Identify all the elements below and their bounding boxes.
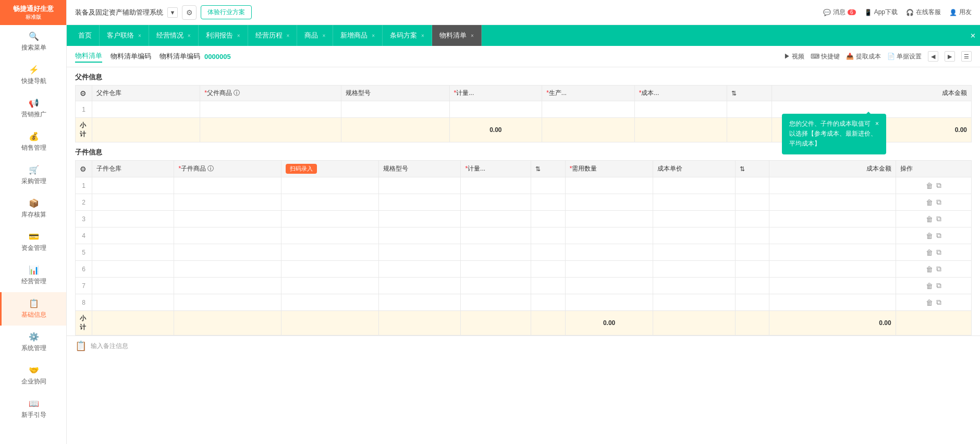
cell-child-unit[interactable] bbox=[461, 211, 531, 227]
cell-child-warehouse[interactable] bbox=[92, 244, 174, 261]
close-icon[interactable]: × bbox=[287, 33, 290, 39]
delete-icon[interactable]: 🗑 bbox=[926, 198, 933, 207]
cell-unit-cost[interactable] bbox=[653, 227, 735, 244]
cell-child-product[interactable] bbox=[174, 227, 281, 244]
cell-child-warehouse[interactable] bbox=[92, 294, 174, 311]
tab-barcode[interactable]: 条码方案 × bbox=[383, 25, 432, 46]
tab-business[interactable]: 经营情况 × bbox=[149, 25, 199, 46]
copy-icon[interactable]: ⧉ bbox=[936, 198, 941, 207]
sidebar-item-purchase[interactable]: 🛒 采购管理 bbox=[0, 159, 66, 192]
sidebar-item-system[interactable]: ⚙️ 系统管理 bbox=[0, 326, 66, 359]
user-btn[interactable]: 👤 用友 bbox=[949, 8, 972, 17]
delete-icon[interactable]: 🗑 bbox=[926, 265, 933, 273]
tab-add-product[interactable]: 新增商品 × bbox=[333, 25, 383, 46]
copy-icon[interactable]: ⧉ bbox=[936, 265, 941, 273]
cell-child-unit[interactable] bbox=[461, 244, 531, 261]
cell-required-qty[interactable] bbox=[565, 261, 653, 278]
cell-child-product[interactable] bbox=[174, 278, 281, 294]
cell-child-product[interactable] bbox=[174, 244, 281, 261]
cell-required-qty[interactable] bbox=[565, 227, 653, 244]
close-all-btn[interactable]: ✕ bbox=[970, 32, 976, 40]
close-icon[interactable]: × bbox=[471, 33, 474, 39]
cell-child-unit[interactable] bbox=[461, 294, 531, 311]
action-video[interactable]: ▶ 视频 bbox=[784, 52, 804, 61]
cell-child-spec[interactable] bbox=[378, 294, 460, 311]
prev-btn[interactable]: ◀ bbox=[928, 51, 938, 62]
delete-icon[interactable]: 🗑 bbox=[926, 232, 933, 240]
cell-required-qty[interactable] bbox=[565, 244, 653, 261]
cell-parent-warehouse[interactable] bbox=[92, 101, 200, 118]
cell-child-unit[interactable] bbox=[461, 194, 531, 211]
messages-btn[interactable]: 💬 消息 6 bbox=[823, 8, 856, 17]
sidebar-item-basic[interactable]: 📋 基础信息 bbox=[0, 292, 66, 326]
copy-icon[interactable]: ⧉ bbox=[936, 298, 941, 307]
cell-child-spec[interactable] bbox=[378, 177, 460, 194]
close-icon[interactable]: × bbox=[188, 33, 191, 39]
cell-child-warehouse[interactable] bbox=[92, 194, 174, 211]
action-settings[interactable]: 📄 单据设置 bbox=[887, 52, 922, 61]
cell-child-spec[interactable] bbox=[378, 211, 460, 227]
experience-button[interactable]: 体验行业方案 bbox=[201, 5, 252, 19]
system-dropdown-btn[interactable]: ▼ bbox=[167, 7, 178, 18]
close-icon[interactable]: × bbox=[138, 33, 141, 39]
delete-icon[interactable]: 🗑 bbox=[926, 298, 933, 307]
sidebar-item-operations[interactable]: 📊 经营管理 bbox=[0, 259, 66, 292]
cell-unit-cost[interactable] bbox=[653, 244, 735, 261]
cell-unit-cost[interactable] bbox=[653, 194, 735, 211]
delete-icon[interactable]: 🗑 bbox=[926, 215, 933, 223]
sidebar-item-sales[interactable]: 💰 销售管理 bbox=[0, 125, 66, 159]
copy-icon[interactable]: ⧉ bbox=[936, 231, 941, 240]
cell-child-warehouse[interactable] bbox=[92, 278, 174, 294]
tooltip-close-btn[interactable]: × bbox=[875, 119, 879, 129]
tab-home[interactable]: 首页 bbox=[71, 25, 100, 46]
copy-icon[interactable]: ⧉ bbox=[936, 214, 941, 223]
tab-customer[interactable]: 客户联络 × bbox=[100, 25, 149, 46]
cell-child-product[interactable] bbox=[174, 294, 281, 311]
cell-production[interactable] bbox=[542, 101, 635, 118]
cell-parent-product[interactable] bbox=[200, 101, 341, 118]
sidebar-item-guide[interactable]: 📖 新手引导 bbox=[0, 392, 66, 426]
cell-cost[interactable] bbox=[634, 101, 727, 118]
cell-child-spec[interactable] bbox=[378, 278, 460, 294]
cell-child-warehouse[interactable] bbox=[92, 227, 174, 244]
cell-spec[interactable] bbox=[341, 101, 449, 118]
settings-button[interactable]: ⚙ bbox=[182, 5, 197, 20]
cell-child-warehouse[interactable] bbox=[92, 211, 174, 227]
cell-child-spec[interactable] bbox=[378, 261, 460, 278]
delete-icon[interactable]: 🗑 bbox=[926, 182, 933, 190]
online-service-btn[interactable]: 🎧 在线客服 bbox=[906, 8, 941, 17]
cell-child-spec[interactable] bbox=[378, 194, 460, 211]
copy-icon[interactable]: ⧉ bbox=[936, 281, 941, 290]
cell-child-product[interactable] bbox=[174, 177, 281, 194]
cell-child-product[interactable] bbox=[174, 211, 281, 227]
app-download-btn[interactable]: 📱 App下载 bbox=[864, 8, 898, 17]
cell-child-unit[interactable] bbox=[461, 278, 531, 294]
cell-unit-cost[interactable] bbox=[653, 261, 735, 278]
scan-button[interactable]: 扫码录入 bbox=[286, 164, 317, 174]
tab-bom[interactable]: 物料清单 × bbox=[432, 25, 482, 46]
tab-profit[interactable]: 利润报告 × bbox=[199, 25, 248, 46]
cell-child-unit[interactable] bbox=[461, 177, 531, 194]
cell-unit-cost[interactable] bbox=[653, 278, 735, 294]
sidebar-item-finance[interactable]: 💳 资金管理 bbox=[0, 225, 66, 259]
copy-icon[interactable]: ⧉ bbox=[936, 248, 941, 257]
col-gear-parent[interactable]: ⚙ bbox=[76, 86, 92, 101]
close-icon[interactable]: × bbox=[237, 33, 240, 39]
list-view-btn[interactable]: ☰ bbox=[961, 51, 972, 62]
action-shortcuts[interactable]: ⌨ 快捷键 bbox=[811, 52, 840, 61]
col-gear-child[interactable]: ⚙ bbox=[76, 161, 92, 177]
cell-unit[interactable] bbox=[449, 101, 542, 118]
sidebar-item-enterprise[interactable]: 🤝 企业协同 bbox=[0, 359, 66, 392]
tab-product[interactable]: 商品 × bbox=[297, 25, 333, 46]
next-btn[interactable]: ▶ bbox=[945, 51, 955, 62]
subtab-bom-code[interactable]: 物料清单编码 bbox=[111, 51, 151, 62]
cell-unit-cost[interactable] bbox=[653, 211, 735, 227]
cell-child-unit[interactable] bbox=[461, 261, 531, 278]
close-icon[interactable]: × bbox=[322, 33, 325, 39]
sidebar-item-marketing[interactable]: 📢 营销推广 bbox=[0, 92, 66, 125]
cell-child-warehouse[interactable] bbox=[92, 177, 174, 194]
close-icon[interactable]: × bbox=[421, 33, 424, 39]
cell-child-product[interactable] bbox=[174, 261, 281, 278]
delete-icon[interactable]: 🗑 bbox=[926, 248, 933, 257]
cell-unit-cost[interactable] bbox=[653, 294, 735, 311]
